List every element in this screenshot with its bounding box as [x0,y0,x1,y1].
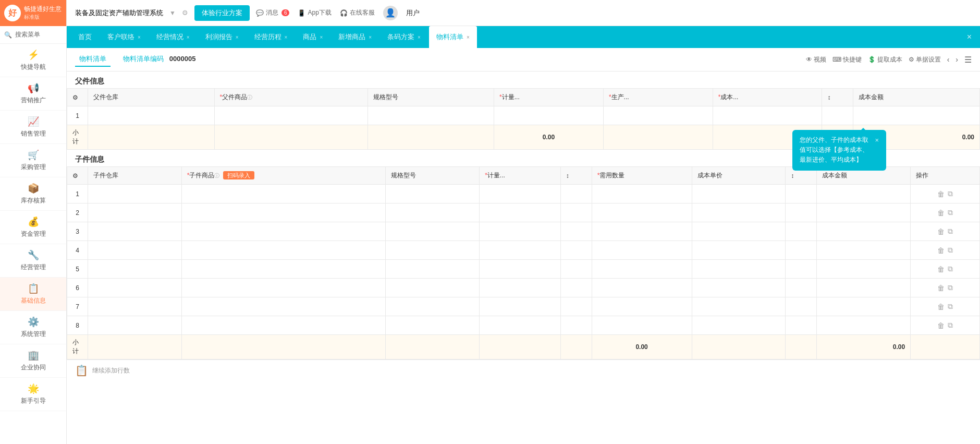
tab-products[interactable]: 商品 × [296,26,330,48]
sidebar-item-operations[interactable]: 🔧 经营管理 [0,244,66,278]
parent-production-1[interactable] [603,106,713,125]
sidebar-item-enterprise[interactable]: 🏢 企业协同 [0,344,66,378]
tab-new-product-close[interactable]: × [369,34,372,40]
tab-history[interactable]: 经营历程 × [247,26,295,48]
sidebar-item-finance[interactable]: 💰 资金管理 [0,211,66,244]
sidebar-logo: 好 畅捷通好生意 标准版 [0,0,66,26]
child-subtotal-label: 小计 [72,339,79,355]
tab-customers-close[interactable]: × [138,34,141,40]
sidebar-item-quick-nav[interactable]: ⚡ 快捷导航 [0,44,66,77]
trial-button[interactable]: 体验行业方案 [194,5,250,21]
child-warehouse-1[interactable] [88,185,182,203]
tab-barcode[interactable]: 条码方案 × [380,26,428,48]
tab-products-close[interactable]: × [320,34,323,40]
copy-icon-6[interactable]: ⧉ [948,283,953,292]
sidebar-item-inventory[interactable]: 📦 库存核算 [0,177,66,211]
tab-bom-close[interactable]: × [467,34,470,40]
sidebar-item-system[interactable]: ⚙️ 系统管理 [0,311,66,344]
child-row-3: 3 🗑⧉ [67,222,980,241]
child-qty-1[interactable] [592,185,692,203]
online-service-button[interactable]: 🎧 在线客服 [340,8,375,17]
sidebar-label-system: 系统管理 [21,330,46,339]
shortcut-button[interactable]: ⌨ 快捷键 [832,55,862,64]
scan-input-button[interactable]: 扫码录入 [223,171,254,179]
nav-next[interactable]: › [956,55,958,64]
extract-cost-button[interactable]: 💲 提取成本 [868,55,902,64]
copy-icon-4[interactable]: ⧉ [948,246,953,255]
tab-bom[interactable]: 物料清单 × [429,26,477,48]
copy-icon-1[interactable]: ⧉ [948,189,953,198]
child-col-settings[interactable]: ⚙ [67,167,88,185]
single-settings-button[interactable]: ⚙ 单据设置 [909,55,941,64]
nav-close-all[interactable]: × [963,32,976,42]
delete-icon-3[interactable]: 🗑 [937,227,945,236]
child-subtotal-row: 小计 0.00 0.00 [67,335,980,359]
delete-icon-1[interactable]: 🗑 [937,190,945,198]
child-warehouse-2[interactable] [88,203,182,222]
copy-icon-5[interactable]: ⧉ [948,265,953,273]
child-price-1[interactable] [692,185,786,203]
sidebar-label-basic-info: 基础信息 [21,296,46,305]
child-spec-1[interactable] [386,185,480,203]
parent-product-1[interactable] [214,106,368,125]
child-unit-2[interactable] [480,203,560,222]
child-price-2[interactable] [692,203,786,222]
sidebar-search[interactable]: 🔍 搜索菜单 [0,26,66,44]
tab-home[interactable]: 首页 [71,26,99,48]
child-product-1[interactable] [181,185,386,203]
parent-col-spec: 规格型号 [368,89,494,106]
tooltip-close-button[interactable]: × [875,135,879,146]
copy-icon-3[interactable]: ⧉ [948,227,953,236]
child-spec-2[interactable] [386,203,480,222]
sidebar-item-marketing[interactable]: 📢 营销推广 [0,77,66,111]
delete-icon-2[interactable]: 🗑 [937,209,945,217]
dropdown-arrow-icon[interactable]: ▼ [169,9,176,17]
tab-operations-status[interactable]: 经营情况 × [149,26,197,48]
tab-profit-close[interactable]: × [236,34,239,40]
nav-prev[interactable]: ‹ [947,55,950,64]
tab-ops-close[interactable]: × [187,34,190,40]
grid-view-icon[interactable]: ☰ [964,55,972,65]
child-qty-2[interactable] [592,203,692,222]
copy-icon-2[interactable]: ⧉ [948,208,953,217]
delete-icon-7[interactable]: 🗑 [937,303,945,311]
parent-subtotal-empty3 [368,125,494,150]
parent-subtotal-empty1 [88,125,215,150]
copy-icon-8[interactable]: ⧉ [948,321,953,330]
tab-barcode-close[interactable]: × [418,34,421,40]
delete-icon-5[interactable]: 🗑 [937,265,945,273]
tab-history-close[interactable]: × [285,34,288,40]
delete-icon-6[interactable]: 🗑 [937,284,945,292]
sidebar-item-guide[interactable]: 🌟 新手引导 [0,378,66,411]
message-button[interactable]: 💬 消息 6 [256,8,290,17]
message-label: 消息 [266,8,278,17]
view-button[interactable]: 👁 视频 [806,55,826,64]
parent-unit-1[interactable] [494,106,604,125]
add-rows-label[interactable]: 继续添加行数 [92,366,130,375]
guide-icon: 🌟 [28,383,39,394]
parent-col-product: *父件商品ⓘ [214,89,368,106]
tab-new-product[interactable]: 新增商品 × [331,26,379,48]
sidebar-item-basic-info[interactable]: 📋 基础信息 [0,278,66,311]
user-avatar[interactable]: 👤 [383,6,398,20]
copy-icon-7[interactable]: ⧉ [948,302,953,311]
parent-col-settings[interactable]: ⚙ [67,89,88,106]
delete-icon-8[interactable]: 🗑 [937,321,945,330]
add-rows-icon[interactable]: 📋 [75,364,88,377]
parent-spec-1[interactable] [368,106,494,125]
tab-customers[interactable]: 客户联络 × [100,26,148,48]
parent-warehouse-1[interactable] [88,106,215,125]
child-unit-1[interactable] [480,185,560,203]
parent-cost-1[interactable] [713,106,822,125]
tooltip-text: 您的父件、子件的成本取值可以选择【参考成本、最新进价、平均成本】 [800,136,868,163]
child-product-2[interactable] [181,203,386,222]
settings-icon[interactable]: ⚙ [182,9,188,17]
sidebar-item-purchase[interactable]: 🛒 采购管理 [0,144,66,177]
tab-profit[interactable]: 利润报告 × [198,26,246,48]
delete-icon-4[interactable]: 🗑 [937,246,945,255]
app-download-button[interactable]: 📱 App下载 [298,8,331,17]
sidebar-item-sales[interactable]: 📈 销售管理 [0,111,66,144]
headset-icon: 🎧 [340,9,348,17]
child-row-num-2: 2 [67,203,88,222]
breadcrumb-bom-list[interactable]: 物料清单 [75,52,111,67]
